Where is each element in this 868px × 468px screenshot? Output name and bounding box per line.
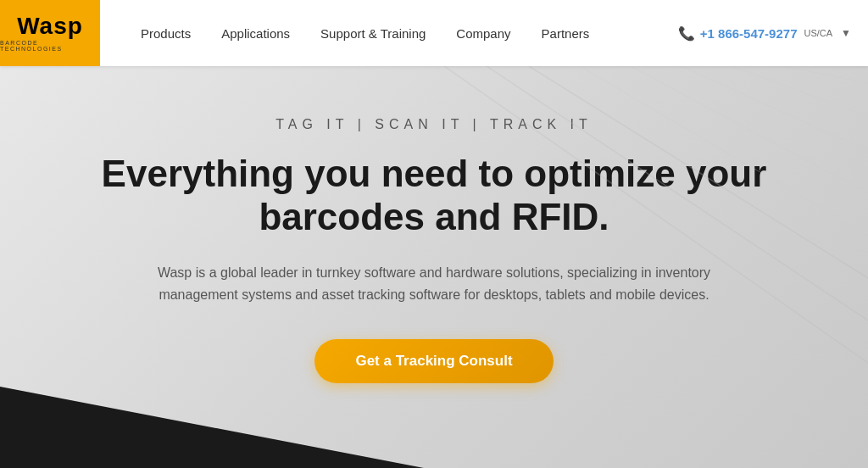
phone-icon: 📞: [678, 25, 695, 42]
phone-number[interactable]: +1 866-547-9277: [700, 26, 798, 41]
phone-dropdown-arrow[interactable]: ▼: [841, 27, 851, 39]
main-nav: Products Applications Support & Training…: [125, 26, 604, 41]
header: Wasp Barcode Technologies Products Appli…: [0, 0, 868, 66]
svg-line-3: [580, 66, 868, 236]
nav-item-support-training[interactable]: Support & Training: [305, 26, 441, 41]
hero-bg-decoration: [359, 66, 868, 363]
logo-subtitle: Barcode Technologies: [0, 40, 100, 52]
svg-line-1: [487, 66, 868, 320]
svg-line-7: [783, 66, 868, 83]
nav-item-products[interactable]: Products: [125, 26, 206, 41]
logo[interactable]: Wasp Barcode Technologies: [0, 0, 100, 66]
svg-line-6: [732, 66, 868, 117]
nav-item-company[interactable]: Company: [441, 26, 526, 41]
logo-name: Wasp: [17, 14, 83, 38]
phone-region: US/CA: [804, 28, 832, 38]
svg-line-4: [631, 66, 868, 193]
hero-section: TAG IT | SCAN IT | TRACK IT Everything y…: [0, 66, 868, 468]
cta-button[interactable]: Get a Tracking Consult: [314, 339, 553, 383]
nav-item-applications[interactable]: Applications: [206, 26, 305, 41]
phone-section: 📞 +1 866-547-9277 US/CA ▼: [678, 25, 851, 42]
nav-item-partners[interactable]: Partners: [526, 26, 605, 41]
